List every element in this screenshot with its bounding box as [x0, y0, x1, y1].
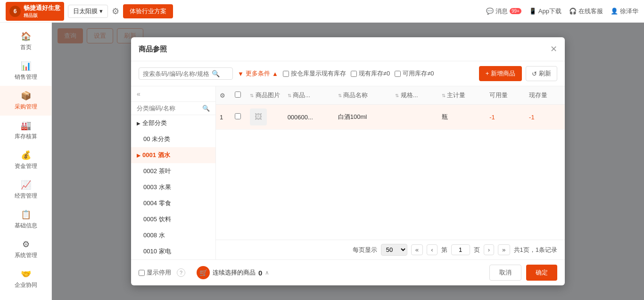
sidebar-item-operations[interactable]: 📈 经营管理	[0, 175, 51, 205]
cart-up-icon[interactable]: ∧	[265, 269, 269, 276]
sales-icon: 📊	[21, 61, 31, 71]
nav-dropdown-label: 日太阳膜	[73, 7, 98, 16]
service-item[interactable]: 🎧 在线客服	[569, 7, 603, 16]
settings-icon: ⚙	[220, 92, 225, 99]
cat-item-label: 0004 零食	[137, 199, 171, 208]
sidebar-item-sales[interactable]: 📊 销售管理	[0, 56, 51, 86]
cat-item-00[interactable]: 00 未分类	[131, 131, 215, 147]
sidebar-item-system[interactable]: ⚙ 系统管理	[0, 234, 51, 264]
search-input[interactable]	[143, 70, 209, 77]
cat-item-0008[interactable]: 0008 水	[131, 227, 215, 243]
td-spec	[391, 105, 438, 130]
sidebar-item-home[interactable]: 🏠 首页	[0, 26, 51, 56]
col-sort-icon: ⇅	[250, 93, 254, 98]
td-seq: 1	[216, 105, 231, 130]
checkbox-available-input[interactable]	[351, 71, 357, 77]
show-disabled-checkbox[interactable]: 显示停用	[139, 268, 171, 277]
search-box[interactable]: 🔍	[139, 67, 233, 80]
top-nav: 6 畅捷通好生意 精品版 日太阳膜 ▾ ⚙ 体验行业方案 💬 消息 99+ 📱 …	[0, 0, 644, 23]
sidebar-item-enterprise[interactable]: 🤝 企业协同	[0, 264, 51, 294]
table-row[interactable]: 1 🖼	[216, 105, 565, 130]
cat-item-label: 0002 茶叶	[137, 167, 171, 175]
cat-item-label: 0010 家电	[137, 247, 171, 256]
cart-count: 0	[258, 269, 262, 277]
th-available: 可用量	[486, 86, 525, 105]
refresh-button[interactable]: ↺ 刷新	[526, 66, 557, 81]
app-download-item[interactable]: 📱 App下载	[529, 7, 561, 16]
td-check[interactable]	[231, 105, 246, 130]
checkbox-available[interactable]: 现有库存≠0	[351, 69, 390, 78]
cat-collapse-icon[interactable]: «	[137, 90, 140, 98]
cat-item-0010[interactable]: 0010 家电	[131, 243, 215, 259]
next-page-btn[interactable]: ›	[484, 244, 494, 255]
col-sort-icon: ⇅	[288, 93, 291, 98]
filter-label: 更多条件	[246, 69, 270, 78]
page-input[interactable]	[451, 244, 470, 255]
add-product-button[interactable]: + 新增商品	[479, 66, 522, 81]
th-image-label: 商品图片	[256, 92, 280, 99]
th-spec-label: 规格...	[401, 92, 418, 99]
page-size-select[interactable]: 50 100 200	[381, 244, 407, 256]
cat-search[interactable]: 🔍	[131, 102, 215, 115]
pagination-bar: 每页显示 50 100 200 « ‹ 第 页 ›	[216, 240, 565, 259]
system-icon: ⚙	[22, 239, 30, 250]
col-sort-icon: ⇅	[442, 93, 446, 98]
cancel-button[interactable]: 取消	[489, 265, 521, 281]
user-item[interactable]: 👤 徐泽华	[611, 7, 638, 16]
checkbox-usable-input[interactable]	[395, 71, 401, 77]
logo-text: 畅捷通好生意	[24, 4, 60, 12]
close-icon[interactable]: ✕	[550, 44, 557, 54]
checkbox-available-label: 现有库存≠0	[359, 69, 390, 78]
nav-right: 💬 消息 99+ 📱 App下载 🎧 在线客服 👤 徐泽华	[486, 7, 638, 16]
td-available: -1	[486, 105, 525, 130]
sidebar-item-purchase[interactable]: 📦 采购管理	[0, 86, 51, 116]
cat-item-0003[interactable]: 0003 水果	[131, 179, 215, 195]
sidebar-item-guide[interactable]: 📖 新手引导	[0, 294, 51, 300]
row-checkbox[interactable]	[235, 113, 241, 119]
filter-button[interactable]: ▼ 更多条件 ▲	[238, 69, 278, 78]
col-sort-icon: ⇅	[338, 93, 342, 98]
cat-item-0005[interactable]: 0005 饮料	[131, 211, 215, 227]
cat-item-label: 0008 水	[137, 231, 165, 240]
sidebar-item-finance[interactable]: 💰 资金管理	[0, 145, 51, 175]
confirm-button[interactable]: 确定	[526, 265, 557, 281]
table-header-row: ⚙ ⇅ 商品图片	[216, 86, 565, 105]
finance-icon: 💰	[21, 150, 31, 160]
th-image: ⇅ 商品图片	[246, 86, 284, 105]
cat-item-0001[interactable]: ▶ 0001 酒水	[131, 147, 215, 163]
app-download-label: App下载	[538, 7, 561, 16]
prev-page-btn[interactable]: ‹	[427, 244, 437, 255]
cat-item-0004[interactable]: 0004 零食	[131, 195, 215, 211]
cat-search-input[interactable]	[137, 105, 199, 112]
inventory-icon: 🏭	[21, 120, 31, 131]
cat-item-0002[interactable]: 0002 茶叶	[131, 163, 215, 179]
sidebar-item-label: 库存核算	[15, 133, 37, 141]
home-icon: 🏠	[21, 31, 31, 42]
service-label: 在线客服	[578, 7, 603, 16]
help-icon[interactable]: ?	[177, 268, 185, 277]
sidebar-item-inventory[interactable]: 🏭 库存核算	[0, 116, 51, 145]
last-page-btn[interactable]: »	[498, 244, 510, 255]
td-unit: 瓶	[438, 105, 486, 130]
page-word: 第	[441, 246, 447, 254]
show-disabled-label: 显示停用	[147, 268, 171, 277]
th-check[interactable]	[231, 86, 246, 105]
th-settings[interactable]: ⚙	[216, 86, 231, 105]
cart-icon[interactable]: 🛒	[197, 266, 210, 279]
cat-item-all[interactable]: ▶ 全部分类	[131, 115, 215, 131]
select-all-checkbox[interactable]	[235, 92, 241, 98]
checkbox-usable[interactable]: 可用库存≠0	[395, 69, 434, 78]
messages-item[interactable]: 💬 消息 99+	[486, 7, 521, 16]
sidebar-item-basic-info[interactable]: 📋 基础信息	[0, 205, 51, 234]
settings-icon[interactable]: ⚙	[112, 6, 119, 17]
nav-dropdown[interactable]: 日太阳膜 ▾	[68, 5, 108, 18]
th-name: ⇅ 商品名称	[334, 86, 391, 105]
trial-button[interactable]: 体验行业方案	[123, 4, 173, 18]
cat-sidebar-header: «	[131, 86, 215, 102]
image-icon: 🖼	[255, 113, 262, 121]
checkbox-stock-input[interactable]	[283, 71, 289, 77]
show-disabled-input[interactable]	[139, 270, 145, 276]
td-image: 🖼	[246, 105, 284, 130]
checkbox-stock[interactable]: 按仓库显示现有库存	[283, 69, 346, 78]
first-page-btn[interactable]: «	[411, 244, 423, 255]
